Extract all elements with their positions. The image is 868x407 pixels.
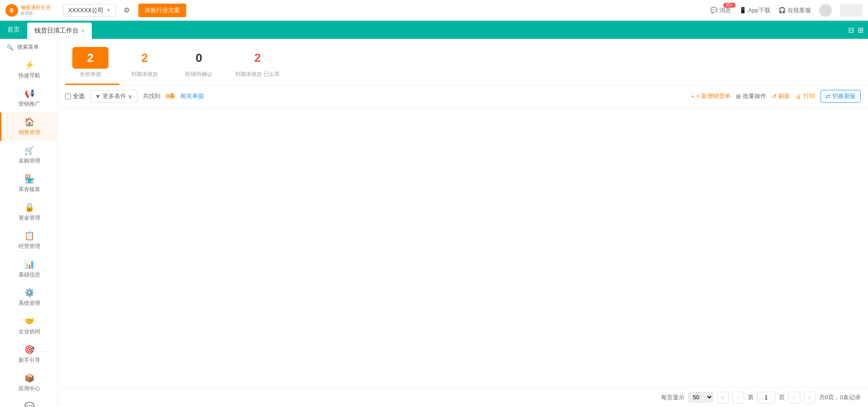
app-download-item[interactable]: 📱 App下载	[739, 6, 770, 14]
sidebar-item-enterprise[interactable]: 🤝 企业协同	[0, 312, 57, 340]
stat-card-overdue[interactable]: 2 到期未收款	[119, 43, 174, 85]
tab-actions: ⊟ ⊞	[848, 26, 868, 34]
next-page-btn[interactable]: ›	[788, 392, 800, 403]
tab-close-icon[interactable]: ×	[81, 28, 85, 34]
first-page-btn[interactable]: «	[717, 392, 729, 403]
add-sale-button[interactable]: + + 新增销货单	[691, 92, 731, 100]
sidebar-item-app-center[interactable]: 📦 应用中心	[0, 369, 57, 397]
print-button[interactable]: 🖨 打印	[796, 92, 815, 100]
sidebar-label-system: 系统管理	[19, 299, 40, 307]
page-suffix: 页	[779, 393, 785, 402]
app-center-icon: 📦	[24, 373, 34, 383]
system-icon: ⚙️	[24, 288, 34, 298]
found-count: 0条	[166, 92, 175, 100]
online-service-label: 在线客服	[788, 6, 811, 14]
refresh-icon: ↺	[772, 93, 777, 100]
refresh-button[interactable]: ↺ 刷新	[772, 92, 790, 100]
prev-page-btn[interactable]: ‹	[732, 392, 744, 403]
message-icon: 💬	[710, 7, 717, 14]
filter-button[interactable]: ▼ 更多条件 ∨	[90, 90, 137, 103]
tab-home[interactable]: 首页	[0, 21, 27, 39]
print-icon: 🖨	[796, 93, 802, 100]
sidebar-item-wechat[interactable]: 💬 企业微信	[0, 397, 57, 407]
tab-workbench[interactable]: 钱货日清工作台 ×	[27, 23, 92, 39]
guide-icon: 🎯	[24, 345, 34, 355]
sidebar-item-finance[interactable]: 🔒 资金管理	[0, 198, 57, 226]
nav-tabs: 首页 钱货日清工作台 × ⊟ ⊞	[0, 21, 868, 39]
sidebar-item-system[interactable]: ⚙️ 系统管理	[0, 283, 57, 312]
company-selector[interactable]: XXXXXX公司 ▼	[63, 4, 116, 17]
select-all-input[interactable]	[65, 94, 71, 99]
page-input[interactable]	[757, 392, 775, 403]
sidebar-label-app-center: 应用中心	[19, 385, 40, 393]
experience-btn[interactable]: 体验行业方案	[138, 4, 186, 17]
sidebar-item-purchase[interactable]: 🛒 采购管理	[0, 141, 57, 169]
enterprise-icon: 🤝	[24, 316, 34, 326]
sidebar-label-purchase: 采购管理	[19, 157, 40, 165]
total-label: 共0页，0条记录	[819, 393, 861, 402]
sidebar-item-basic-info[interactable]: 📊 基础信息	[0, 255, 57, 283]
stat-card-shipped[interactable]: 2 到期未收款 已出库	[228, 43, 291, 85]
stat-label-overdue: 到期未收款	[131, 70, 158, 78]
sidebar-item-quick-nav[interactable]: ⚡ 快捷导航	[0, 56, 57, 84]
app-download-label: App下载	[748, 6, 770, 14]
messages-badge: 99+	[723, 3, 736, 8]
stat-num-box-shipped: 2	[240, 47, 276, 69]
pagination-bar: 每页显示 50 10 20 100 « ‹ 第 页 › » 共0页，0条记录	[58, 387, 868, 407]
sidebar-label-marketing: 营销推广	[19, 100, 40, 108]
related-link[interactable]: 相关单据	[180, 92, 204, 100]
add-label: + 新增销货单	[696, 92, 731, 100]
stat-label-all: 全部单据	[80, 70, 101, 78]
sidebar-item-operations[interactable]: 📋 经营管理	[0, 226, 57, 255]
filter-label: 更多条件	[103, 92, 126, 100]
per-page-select[interactable]: 50 10 20 100	[688, 392, 713, 402]
switch-version-button[interactable]: ⇄ 切换新版	[821, 90, 861, 103]
sidebar-item-inventory[interactable]: 🏪 库存核算	[0, 169, 57, 198]
finance-icon: 🔒	[24, 202, 34, 212]
operations-icon: 📋	[24, 231, 34, 241]
settings-button[interactable]: ⚙	[119, 3, 134, 18]
header-right: 💬 消息 99+ 📱 App下载 🎧 在线客服	[710, 4, 863, 17]
quick-nav-icon: ⚡	[24, 60, 34, 70]
page-label: 第	[748, 393, 754, 402]
logo-tag: 标准版	[21, 10, 51, 16]
sales-icon: 🏠	[24, 117, 34, 127]
select-all-checkbox[interactable]: 全选	[65, 92, 85, 100]
search-menu[interactable]: 🔍 搜索菜单	[0, 39, 57, 56]
batch-button[interactable]: ⊞ 批量操作	[736, 92, 766, 100]
maximize-icon[interactable]: ⊞	[858, 26, 863, 34]
sidebar-item-marketing[interactable]: 📢 营销推广	[0, 84, 57, 112]
online-service-item[interactable]: 🎧 在线客服	[778, 6, 811, 14]
sidebar-label-finance: 资金管理	[19, 214, 40, 222]
logo-text: 畅捷通好生意	[21, 4, 51, 10]
stat-card-overdue-inner: 2 到期未收款	[127, 47, 163, 78]
messages-item[interactable]: 💬 消息 99+	[710, 6, 731, 14]
last-page-btn[interactable]: »	[804, 392, 816, 403]
sidebar: 🔍 搜索菜单 ⚡ 快捷导航 📢 营销推广 🏠 销售管理 🛒 采购管理 🏪 库存核…	[0, 39, 58, 407]
sidebar-label-sales: 销售管理	[19, 129, 40, 136]
user-name[interactable]	[840, 4, 863, 17]
download-icon: 📱	[739, 7, 746, 14]
batch-label: 批量操作	[743, 92, 766, 100]
wechat-icon: 💬	[24, 402, 34, 407]
sidebar-item-sales[interactable]: 🏠 销售管理	[0, 112, 57, 141]
stat-num-box-all: 2	[72, 47, 108, 69]
switch-icon: ⇄	[826, 93, 830, 100]
switch-label: 切换新版	[832, 92, 856, 100]
print-label: 打印	[803, 92, 815, 100]
minimize-icon[interactable]: ⊟	[848, 26, 854, 34]
tab-home-label: 首页	[7, 26, 20, 34]
refresh-label: 刷新	[778, 92, 790, 100]
inventory-icon: 🏪	[24, 174, 34, 184]
main-layout: 🔍 搜索菜单 ⚡ 快捷导航 📢 营销推广 🏠 销售管理 🛒 采购管理 🏪 库存核…	[0, 39, 868, 407]
chevron-down-icon: ▼	[106, 8, 111, 13]
avatar[interactable]	[819, 4, 832, 17]
marketing-icon: 📢	[24, 89, 34, 98]
logo-icon: 6	[5, 4, 18, 17]
top-header: 6 畅捷通好生意 标准版 XXXXXX公司 ▼ ⚙ 体验行业方案 💬 消息 99…	[0, 0, 868, 21]
stat-card-wangfu[interactable]: 0 旺辅待确认	[174, 43, 228, 85]
stat-card-all-inner: 2 全部单据	[72, 47, 108, 78]
sidebar-item-guide[interactable]: 🎯 新手引导	[0, 340, 57, 369]
stat-card-all[interactable]: 2 全部单据	[65, 43, 119, 85]
basic-info-icon: 📊	[24, 259, 34, 269]
